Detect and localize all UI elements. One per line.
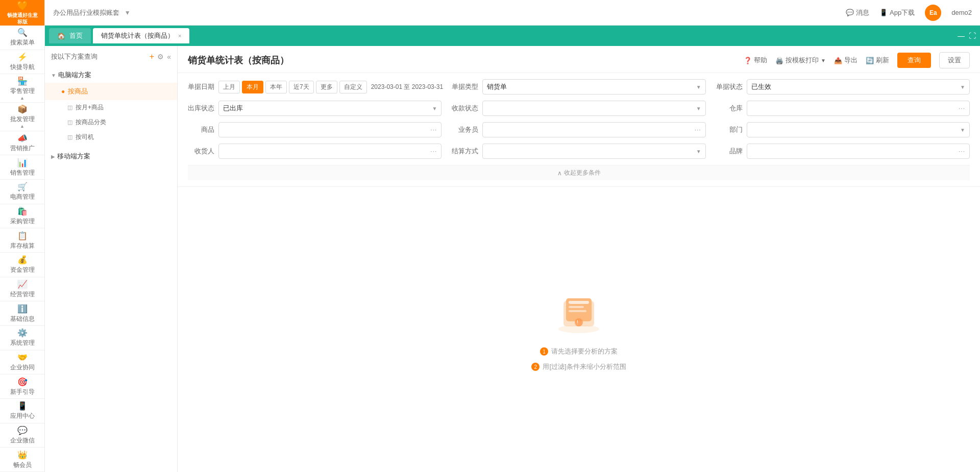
sidebar-item-inventory[interactable]: 📋 库存核算 xyxy=(0,228,44,253)
export-icon: 📤 xyxy=(834,57,842,64)
maximize-icon[interactable]: ⛶ xyxy=(969,32,976,40)
quick-nav-icon: ⚡ xyxy=(17,52,28,62)
print-btn[interactable]: 🖨️ 按模板打印 ▼ xyxy=(775,56,826,65)
tab-sales-report[interactable]: 销货单统计表（按商品） × xyxy=(93,28,189,43)
query-button[interactable]: 查询 xyxy=(897,53,931,68)
sidebar-item-basic-info[interactable]: ℹ️ 基础信息 xyxy=(0,301,44,326)
sidebar-item-member-label: 畅会员 xyxy=(13,461,32,469)
dropdown-arrow-icon[interactable]: ▼ xyxy=(125,9,131,16)
date-btn-this-month[interactable]: 本月 xyxy=(242,81,263,93)
salesperson-label: 业务员 xyxy=(452,125,482,134)
sidebar-item-operations[interactable]: 📈 经营管理 xyxy=(0,277,44,302)
collapse-more-btn[interactable]: ∧ 收起更多条件 xyxy=(188,165,970,180)
sidebar-item-newbie[interactable]: 🎯 新手引导 xyxy=(0,374,44,399)
date-btn-more[interactable]: 更多 xyxy=(316,81,337,93)
settings-button[interactable]: 设置 xyxy=(939,52,970,68)
receiver-select[interactable]: ··· xyxy=(218,144,442,159)
sidebar-item-ecommerce[interactable]: 🛒 电商管理 xyxy=(0,180,44,204)
empty-illustration: ! xyxy=(548,286,609,337)
newbie-icon: 🎯 xyxy=(17,377,28,387)
logo-icon: 🧡 xyxy=(17,0,28,11)
right-content: 销货单统计表（按商品） ❓ 帮助 🖨️ 按模板打印 ▼ 📤 导出 xyxy=(178,46,980,472)
sidebar-item-search[interactable]: 🔍 搜索菜单 xyxy=(0,26,44,50)
department-select[interactable]: ▼ xyxy=(747,122,970,137)
left-panel-header: 按以下方案查询 + ⚙ « xyxy=(45,52,177,65)
product-dots-icon: ··· xyxy=(430,126,437,133)
add-scheme-icon[interactable]: + xyxy=(150,52,154,61)
date-btn-custom[interactable]: 自定义 xyxy=(339,81,367,93)
warehouse-select[interactable]: ··· xyxy=(747,101,970,116)
product-select[interactable]: ··· xyxy=(218,122,442,137)
sidebar-item-retail[interactable]: 🏪 零售管理 ▲ xyxy=(0,74,44,103)
out-status-select[interactable]: 已出库 ▼ xyxy=(218,101,442,116)
scheme-group-mobile-title[interactable]: ▶ 移动端方案 xyxy=(45,149,177,164)
sidebar-item-wholesale-label: 批发管理 xyxy=(10,115,35,124)
sidebar-item-member[interactable]: 👑 畅会员 xyxy=(0,447,44,472)
doc-status-select[interactable]: 已生效 ▼ xyxy=(747,79,970,95)
scheme-sub-item-by-machine[interactable]: ◫ 按司机 xyxy=(45,130,177,145)
sub-item-icon-2: ◫ xyxy=(67,119,72,126)
out-status-label: 出库状态 xyxy=(188,104,218,113)
minimize-icon[interactable]: — xyxy=(958,32,965,40)
app-download-btn[interactable]: 📱 App下载 xyxy=(879,8,915,17)
scheme-item-by-product-label: 按商品 xyxy=(68,87,88,96)
sub-item-icon-3: ◫ xyxy=(67,134,72,140)
print-dropdown-icon[interactable]: ▼ xyxy=(821,58,826,63)
scheme-sub-item-by-month-product[interactable]: ◫ 按月+商品 xyxy=(45,100,177,115)
receiver-control: ··· xyxy=(218,144,442,159)
filter-item-doc-status: 单据状态 已生效 ▼ xyxy=(716,79,970,95)
scheme-item-by-product[interactable]: ● 按商品 xyxy=(45,83,177,100)
date-btn-7days[interactable]: 近7天 xyxy=(289,81,314,93)
sidebar-item-sales-label: 销售管理 xyxy=(10,169,35,177)
svg-rect-5 xyxy=(569,310,586,312)
doc-type-select[interactable]: 销货单 ▼ xyxy=(482,79,705,95)
salesperson-select[interactable]: ··· xyxy=(482,122,705,137)
scheme-group-mobile: ▶ 移动端方案 xyxy=(45,147,177,166)
sidebar-item-retail-label: 零售管理 xyxy=(10,87,35,96)
export-btn[interactable]: 📤 导出 xyxy=(834,56,857,65)
sidebar-item-finance[interactable]: 💰 资金管理 xyxy=(0,253,44,277)
sidebar-item-wholesale[interactable]: 📦 批发管理 ▲ xyxy=(0,103,44,131)
sidebar-item-enterprise-wechat[interactable]: 💬 企业微信 xyxy=(0,423,44,448)
scheme-sub-item-by-category[interactable]: ◫ 按商品分类 xyxy=(45,115,177,130)
settlement-control: ▼ xyxy=(482,144,705,159)
sidebar-item-sales[interactable]: 📊 销售管理 xyxy=(0,155,44,180)
sidebar-item-app-center[interactable]: 📱 应用中心 xyxy=(0,399,44,423)
department-arrow-icon: ▼ xyxy=(960,127,965,133)
product-control: ··· xyxy=(218,122,442,137)
basic-info-icon: ℹ️ xyxy=(17,304,28,314)
tab-close-icon[interactable]: × xyxy=(178,33,181,39)
tab-active-label: 销货单统计表（按商品） xyxy=(101,31,174,40)
date-btn-last-month[interactable]: 上月 xyxy=(218,81,240,93)
finance-icon: 💰 xyxy=(17,255,28,265)
sidebar-item-purchase[interactable]: 🛍️ 采购管理 xyxy=(0,204,44,229)
message-label: 消息 xyxy=(856,8,869,17)
receipt-status-select[interactable]: ▼ xyxy=(482,101,705,116)
date-btn-this-year[interactable]: 本年 xyxy=(265,81,287,93)
print-label: 按模板打印 xyxy=(786,56,819,65)
collapse-panel-icon[interactable]: « xyxy=(167,53,171,61)
sidebar-item-marketing[interactable]: 📣 营销推广 xyxy=(0,131,44,156)
tab-home[interactable]: 🏠 首页 xyxy=(49,28,91,43)
doc-status-label: 单据状态 xyxy=(716,82,747,91)
scheme-group-pc: ▼ 电脑端方案 ● 按商品 ◫ 按月+商品 ◫ 按商品分类 ◫ 按司机 xyxy=(45,65,177,147)
filter-row-2: 出库状态 已出库 ▼ 收款状态 ▼ xyxy=(188,101,970,116)
scheme-settings-icon[interactable]: ⚙ xyxy=(157,53,164,61)
brand-select[interactable]: ··· xyxy=(747,144,970,159)
message-btn[interactable]: 💬 消息 xyxy=(846,8,869,17)
warehouse-control: ··· xyxy=(747,101,970,116)
active-item-icon: ● xyxy=(61,88,65,95)
sidebar-item-quick-nav[interactable]: ⚡ 快捷导航 xyxy=(0,50,44,75)
sidebar-item-purchase-label: 采购管理 xyxy=(10,217,35,226)
sidebar-item-marketing-label: 营销推广 xyxy=(10,144,35,153)
scheme-group-pc-title[interactable]: ▼ 电脑端方案 xyxy=(45,67,177,83)
svg-point-6 xyxy=(575,318,583,326)
refresh-btn[interactable]: 🔄 刷新 xyxy=(866,56,889,65)
settlement-select[interactable]: ▼ xyxy=(482,144,705,159)
tip-num-2: 2 xyxy=(531,363,540,371)
username: demo2 xyxy=(951,9,972,16)
sidebar-item-system[interactable]: ⚙️ 系统管理 xyxy=(0,326,44,350)
sidebar-item-enterprise[interactable]: 🤝 企业协同 xyxy=(0,350,44,375)
avatar[interactable]: Ea xyxy=(925,5,941,21)
help-btn[interactable]: ❓ 帮助 xyxy=(744,56,767,65)
